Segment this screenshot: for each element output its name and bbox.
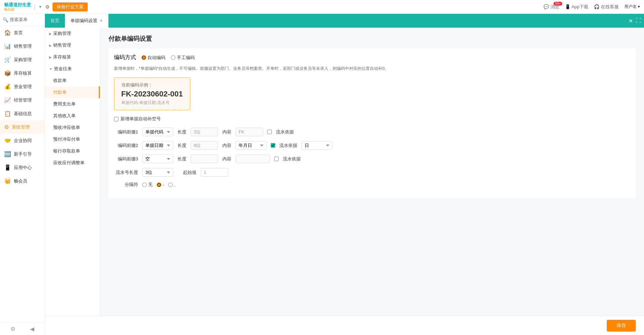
group-sales-title[interactable]: ▶ 销售管理 <box>45 39 100 51</box>
sidebar-item-finance[interactable]: 💰 资金管理 <box>0 80 45 93</box>
prefix3-serial-checkbox[interactable] <box>274 157 279 161</box>
sidebar-label-system: 系统管理 <box>12 124 30 130</box>
sidebar-label-purchase: 采购管理 <box>14 57 32 63</box>
user-info[interactable]: 用户名 ▾ <box>624 4 640 10</box>
sidebar-item-base[interactable]: 📋 基础信息 <box>0 107 45 120</box>
sidebar-item-member[interactable]: 👑 畅会员 <box>0 174 45 188</box>
minimize-icon[interactable]: ✕ <box>628 18 633 24</box>
prefix3-select[interactable]: 空 <box>142 155 173 163</box>
group-purchase-title[interactable]: ▶ 采购管理 <box>45 28 100 39</box>
auto-fill-checkbox[interactable] <box>114 117 118 121</box>
sidebar-label-finance: 资金管理 <box>14 84 32 90</box>
second-sidebar-adjust[interactable]: 应收应付调整单 <box>45 157 100 169</box>
tab-home-label: 首页 <box>50 18 59 24</box>
guide-icon: 🆕 <box>4 151 11 157</box>
prefix2-select[interactable]: 单据日期 <box>142 141 173 150</box>
tab-close-icon[interactable]: ✕ <box>99 18 103 23</box>
second-sidebar-other-income[interactable]: 其他收入单 <box>45 110 100 122</box>
nav-collapse-icon[interactable]: ▼ <box>38 4 42 9</box>
app-download[interactable]: 📱 App下载 <box>565 4 588 10</box>
sidebar-label-sales: 销售管理 <box>14 43 32 49</box>
auto-fill-row: 新增单据自动补空号 <box>114 116 630 122</box>
prefix2-length-label: 长度 <box>177 142 186 149</box>
encode-method-label: 编码方式 <box>114 54 136 61</box>
prefix1-length-label: 长度 <box>177 129 186 135</box>
main-layout: 🔍 搜索菜单 🏠 首页 📊 销售管理 🛒 采购管理 📦 库存核算 💰 <box>0 14 644 335</box>
start-value-input[interactable] <box>201 168 228 177</box>
search-icon: 🔍 <box>3 17 8 22</box>
brand: 畅通道好生意 标品版 <box>4 2 31 12</box>
example-desc: 单据代码-单据日期-流水号 <box>121 100 183 106</box>
sales-icon: 📊 <box>4 43 11 49</box>
message-badge: 99+ <box>554 2 562 6</box>
collapse-icon[interactable]: ◀ <box>30 326 34 332</box>
second-sidebar-payment[interactable]: 付款单 <box>45 86 100 98</box>
encode-settings-card: 编码方式 自动编码 手工编码 <box>108 48 636 198</box>
tab-home[interactable]: 首页 <box>45 14 65 28</box>
separator-none-radio[interactable] <box>142 183 147 187</box>
prefix2-serial-select[interactable]: 日 <box>301 141 333 150</box>
group-inventory-title[interactable]: ▶ 库存核算 <box>45 51 100 63</box>
separator-dot-radio[interactable] <box>168 183 173 187</box>
settings-bottom-icon[interactable]: ⚙ <box>10 326 15 332</box>
sidebar-item-enterprise[interactable]: 🤝 企业协同 <box>0 134 45 147</box>
online-service[interactable]: 🎧 在线客服 <box>594 4 619 10</box>
prefix1-label: 编码前缀1 <box>114 129 138 135</box>
auto-encode-label: 自动编码 <box>147 55 165 61</box>
second-sidebar-receipt[interactable]: 收款单 <box>45 75 100 86</box>
sidebar-item-purchase[interactable]: 🛒 采购管理 <box>0 53 45 66</box>
manual-encode-radio[interactable] <box>171 55 175 60</box>
group-fund-title[interactable]: ▼ 资金往来 <box>45 63 100 75</box>
group-fund-label: 资金往来 <box>54 66 72 72</box>
auto-encode-option[interactable]: 自动编码 <box>142 55 165 61</box>
maximize-icon[interactable]: ⛶ <box>636 18 641 24</box>
arrow-fund: ▼ <box>49 67 52 71</box>
prefix1-serial-checkbox[interactable] <box>267 130 272 134</box>
separator-none-option[interactable]: 无 <box>142 182 153 188</box>
prefix2-serial-checkbox[interactable] <box>271 143 275 148</box>
example-label: 当前编码示例： <box>121 82 183 88</box>
settings-icon[interactable]: ⚙ <box>45 4 50 10</box>
manual-encode-option[interactable]: 手工编码 <box>171 55 195 61</box>
purchase-icon: 🛒 <box>4 56 11 63</box>
prefix2-content-select[interactable]: 年月日 <box>236 141 267 150</box>
group-inventory: ▶ 库存核算 <box>45 51 100 63</box>
brand-sub: 标品版 <box>4 7 31 11</box>
sidebar-item-system[interactable]: ⚙ 系统管理 <box>0 120 45 134</box>
separator-dot-option[interactable]: . <box>168 182 175 187</box>
prefix3-content-input <box>236 155 270 163</box>
sidebar-label-inventory: 库存核算 <box>14 70 32 76</box>
group-inventory-label: 库存核算 <box>53 54 71 60</box>
tab-encode-settings[interactable]: 单据编码设置 ✕ <box>65 14 108 28</box>
sidebar-item-inventory[interactable]: 📦 库存核算 <box>0 66 45 80</box>
separator-label: 分隔符 <box>114 182 138 188</box>
arrow-purchase: ▶ <box>49 32 52 36</box>
message-area[interactable]: 💬 消息 99+ <box>544 4 559 10</box>
sidebar-item-sales[interactable]: 📊 销售管理 <box>0 39 45 53</box>
prefix2-row: 编码前缀2 单据日期 长度 内容 年月日 流水依据 日 <box>114 141 630 150</box>
second-sidebar-expense[interactable]: 费用支出单 <box>45 98 100 110</box>
auto-encode-radio[interactable] <box>142 55 146 60</box>
second-sidebar-prepay-pay[interactable]: 预付冲应付单 <box>45 133 100 145</box>
serial-length-select[interactable]: 3位 <box>142 168 173 177</box>
separator-dash-radio[interactable] <box>157 183 161 187</box>
top-bar: 畅通道好生意 标品版 | ▼ ⚙ 体验行业方案 💬 消息 99+ 📱 App下载… <box>0 0 644 14</box>
second-sidebar-prepay-recv[interactable]: 预收冲应收单 <box>45 122 100 133</box>
save-button[interactable]: 保存 <box>607 320 636 332</box>
trial-button[interactable]: 体验行业方案 <box>52 2 88 11</box>
prefix1-select[interactable]: 单据代码 <box>142 128 173 136</box>
sidebar-search[interactable]: 🔍 搜索菜单 <box>0 14 45 26</box>
separator-dash-label: - <box>163 182 164 187</box>
sidebar-item-home[interactable]: 🏠 首页 <box>0 26 45 39</box>
second-sidebar-bank[interactable]: 银行存取款单 <box>45 145 100 157</box>
group-purchase-label: 采购管理 <box>53 30 71 37</box>
example-box: 当前编码示例： FK-20230602-001 单据代码-单据日期-流水号 <box>114 77 190 110</box>
sidebar-item-guide[interactable]: 🆕 新手引导 <box>0 147 45 161</box>
main-content: 付款单编码设置 编码方式 自动编码 手工编码 <box>100 28 644 316</box>
sidebar-item-operations[interactable]: 📈 经营管理 <box>0 93 45 107</box>
sidebar-bottom: ⚙ ◀ <box>0 323 45 335</box>
arrow-sales: ▶ <box>49 44 52 47</box>
sidebar-item-apps[interactable]: 📱 应用中心 <box>0 161 45 174</box>
example-code: FK-20230602-001 <box>121 90 183 99</box>
separator-dash-option[interactable]: - <box>157 182 164 187</box>
